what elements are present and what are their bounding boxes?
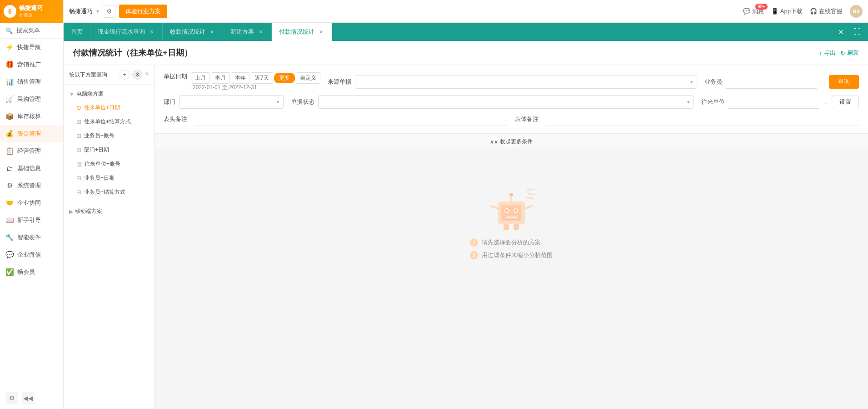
sidebar-item-purchase[interactable]: 🛒 采购管理 (0, 91, 63, 108)
trial-button[interactable]: 体验行业方案 (119, 5, 167, 18)
schema-item-label: 业务员+结算方式 (84, 188, 125, 196)
sidebar-item-label: 新手引导 (17, 216, 41, 224)
tab-bank-label: 现金银行流水查询 (98, 28, 145, 36)
salesperson-label: 业务员 (704, 78, 722, 86)
filter-settings-button[interactable]: 设置 (832, 96, 859, 108)
sidebar-item-hardware[interactable]: 🔧 智能硬件 (0, 229, 63, 246)
sidebar-item-quick-nav[interactable]: ⚡ 快捷导航 (0, 39, 63, 56)
sidebar-item-membership[interactable]: ✅ 畅会员 (0, 263, 63, 281)
avatar[interactable]: Rit (850, 5, 863, 18)
dept-label: 部门 (164, 98, 175, 106)
search-icon: 🔍 (5, 27, 13, 34)
tab-payment-stat-close[interactable]: ✕ (317, 28, 324, 35)
salesperson-more-icon[interactable]: ... (820, 79, 825, 86)
table-header-note-input[interactable] (195, 112, 508, 126)
schema-grid-icon: ⊞ (76, 132, 81, 139)
schema-grid-icon: ⊞ (76, 146, 81, 153)
sidebar-search-button[interactable]: 🔍 搜索菜单 (0, 23, 63, 39)
svg-line-13 (527, 189, 534, 190)
customer-service-button[interactable]: 🎧 在线客服 (810, 7, 843, 15)
bill-status-select[interactable]: ▾ (318, 95, 694, 109)
collapse-more-button[interactable]: ∧∧ 收起更多条件 (155, 134, 868, 149)
sidebar-item-basic[interactable]: 🗂 基础信息 (0, 160, 63, 177)
right-panel: 单据日期 上月 本月 本年 近7天 更多 自定义 20 (155, 65, 868, 409)
sidebar-header: 6 畅捷通巧 标准版 (0, 0, 63, 23)
export-button[interactable]: ↑ 导出 (819, 49, 836, 57)
schema-item-unit-date[interactable]: ⊙ 往来单位+日期 (64, 101, 154, 115)
date-btn-this-month[interactable]: 本月 (211, 72, 230, 84)
desktop-group-title[interactable]: ▼ 电脑端方案 (64, 87, 154, 101)
schema-item-staff-account[interactable]: ⊞ 业务员+账号 (64, 129, 154, 143)
app-download-button[interactable]: 📱 App下载 (771, 7, 803, 15)
refresh-button[interactable]: ↻ 刷新 (840, 49, 859, 57)
filter-row-1: 单据日期 上月 本月 本年 近7天 更多 自定义 20 (164, 72, 859, 91)
sidebar-item-wechat[interactable]: 💬 企业微信 (0, 246, 63, 263)
dept-select[interactable]: ▾ (179, 95, 284, 109)
date-btn-last-7-days[interactable]: 近7天 (251, 72, 273, 84)
tab-receivable-close[interactable]: ✕ (208, 28, 215, 35)
counterparty-input[interactable] (728, 95, 819, 109)
message-badge: 99+ (755, 4, 768, 10)
schema-item-staff-date[interactable]: ⊞ 业务员+日期 (64, 171, 154, 185)
date-btn-custom[interactable]: 自定义 (296, 72, 320, 84)
content-layout: 按以下方案查询 + ⚙ « (64, 65, 868, 409)
source-bill-label: 来源单据 (328, 78, 351, 86)
sidebar-item-marketing[interactable]: 🎁 营销推广 (0, 56, 63, 73)
sidebar-item-sales[interactable]: 📊 销售管理 (0, 73, 63, 91)
tab-bank[interactable]: 现金银行流水查询 ✕ (90, 23, 163, 41)
tab-payment-stat[interactable]: 付款情况统计 ✕ (272, 23, 332, 41)
sidebar-footer: ⚙ ◀◀ (0, 387, 63, 409)
tab-home[interactable]: 首页 (64, 23, 90, 41)
sidebar-settings-button[interactable]: ⚙ (5, 392, 18, 404)
source-bill-filter: 来源单据 ▾ (328, 75, 697, 89)
sidebar-item-finance[interactable]: 💰 资金管理 (0, 125, 63, 142)
tab-receivable-label: 收款情况统计 (170, 28, 205, 36)
dept-filter: 部门 ▾ (164, 95, 284, 109)
date-btn-more[interactable]: 更多 (274, 73, 295, 83)
tab-close-all-button[interactable]: ✕ (834, 25, 847, 38)
hint-text-2: 用过滤条件来缩小分析范围 (482, 251, 553, 259)
tab-bank-close[interactable]: ✕ (148, 28, 155, 35)
svg-rect-12 (514, 224, 519, 230)
sidebar-item-system[interactable]: ⚙ 系统管理 (0, 177, 63, 194)
date-btn-last-month[interactable]: 上月 (191, 72, 210, 84)
mobile-schema-group: ▶ 移动端方案 (64, 202, 154, 221)
app-download-label: App下载 (780, 7, 803, 15)
schema-settings-button[interactable]: ⚙ (132, 70, 142, 80)
schema-item-dept-date[interactable]: ⊞ 部门+日期 (64, 143, 154, 157)
tab-fullscreen-button[interactable]: ⛶ (851, 25, 863, 38)
tabbar: 首页 现金银行流水查询 ✕ 收款情况统计 ✕ 新建方案 ✕ 付款情况统计 ✕ ✕… (64, 23, 868, 41)
sidebar-item-operations[interactable]: 📋 经营管理 (0, 142, 63, 160)
sidebar-logo-text: 畅捷通巧 (19, 5, 43, 12)
sidebar-item-label: 企业微信 (17, 251, 41, 259)
left-panel-header: 按以下方案查询 + ⚙ « (64, 65, 154, 85)
mobile-group-title[interactable]: ▶ 移动端方案 (64, 205, 154, 218)
sidebar-item-guide[interactable]: 📖 新手引导 (0, 212, 63, 229)
sidebar-item-inventory[interactable]: 📦 库存核算 (0, 108, 63, 125)
salesperson-input[interactable] (726, 75, 817, 89)
add-schema-button[interactable]: + (120, 70, 130, 80)
tab-new-plan[interactable]: 新建方案 ✕ (223, 23, 272, 41)
panel-collapse-button[interactable]: « (145, 70, 149, 80)
tab-receivable[interactable]: 收款情况统计 ✕ (163, 23, 223, 41)
quick-nav-icon: ⚡ (5, 43, 14, 51)
schema-item-unit-settle[interactable]: ⊞ 往来单位+结算方式 (64, 115, 154, 129)
topbar-dropdown-arrow[interactable]: ▾ (96, 8, 99, 15)
topbar-gear-button[interactable]: ⚙ (103, 5, 115, 18)
sidebar-item-enterprise[interactable]: 🤝 企业协同 (0, 194, 63, 212)
tab-new-plan-close[interactable]: ✕ (257, 28, 264, 35)
query-button[interactable]: 查询 (829, 75, 859, 89)
salesperson-filter: 业务员 ... 查询 (704, 75, 859, 89)
message-button[interactable]: 💬 消息 99+ (743, 7, 764, 15)
counterparty-filter: 往来单位 ... 设置 (701, 95, 859, 109)
table-body-note-input[interactable] (546, 112, 859, 126)
source-bill-select[interactable]: ▾ (355, 75, 697, 89)
main-content: 畅捷通巧 ▾ ⚙ 体验行业方案 💬 消息 99+ 📱 App下载 🎧 在线客服 … (64, 0, 868, 409)
sidebar-collapse-button[interactable]: ◀◀ (22, 392, 35, 404)
membership-icon: ✅ (5, 268, 14, 276)
date-btn-this-year[interactable]: 本年 (231, 72, 250, 84)
page-body: 付款情况统计（往来单位+日期） ↑ 导出 ↻ 刷新 按以下方案查询 (64, 41, 868, 409)
counterparty-more-icon[interactable]: ... (823, 99, 828, 106)
schema-item-unit-account[interactable]: ▦ 往来单位+账号 (64, 157, 154, 171)
schema-item-staff-settle[interactable]: ⊞ 业务员+结算方式 (64, 185, 154, 199)
